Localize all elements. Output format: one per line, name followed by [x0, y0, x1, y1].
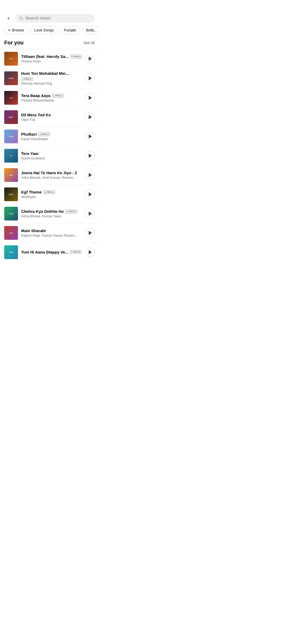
- song-title-row: Tera Baap AayaLYRICS: [21, 93, 82, 98]
- album-art: DMT: [4, 110, 18, 124]
- play-icon: [89, 173, 92, 177]
- chip-punjabi-label: Punjabi: [64, 28, 76, 32]
- chip-browse-label: Browse: [12, 28, 24, 32]
- play-button[interactable]: [85, 247, 95, 257]
- song-info: Tera Baap AayaLYRICSFarhad Bhiwandiwala: [21, 93, 82, 102]
- album-art: TITI: [4, 52, 18, 66]
- song-title-row: PhulkariLYRICS: [21, 132, 82, 136]
- list-item: DMTDil Mera Tod KeVipin Foji: [0, 107, 99, 127]
- lyrics-badge: LYRICS: [70, 250, 82, 254]
- play-button[interactable]: [85, 73, 95, 83]
- play-button[interactable]: [85, 209, 95, 218]
- song-title-row: Titliaan (feat. Harrdy Sa...LYRICS: [21, 54, 82, 59]
- play-icon: [89, 57, 92, 61]
- lyrics-badge: LYRICS: [70, 55, 82, 58]
- song-artist: Karan Randhawa: [21, 137, 82, 141]
- song-artist: Asha Bhosle, Amit Kumar, Reema...: [21, 176, 82, 180]
- chip-love-songs-label: Love Songs: [34, 28, 54, 32]
- chip-love-songs[interactable]: Love Songs: [30, 26, 58, 34]
- song-title: Chehra Kya Dekhte Ho: [21, 209, 64, 214]
- list-item: C3Tera Baap AayaLYRICSFarhad Bhiwandiwal…: [0, 88, 99, 107]
- song-info: Tera YaarSumit Goswami: [21, 151, 82, 160]
- song-artist: Farhad Bhiwandiwala: [21, 98, 82, 102]
- play-button[interactable]: [85, 132, 95, 141]
- song-info: Dil Mera Tod KeVipin Foji: [21, 113, 82, 122]
- song-artist: Rajeev Raja, Faizan Hasan Nizami,...: [21, 233, 82, 237]
- song-title: Kgf Theme: [21, 190, 42, 194]
- song-title: Phulkari: [21, 132, 37, 136]
- lyrics-badge: LYRICS: [65, 210, 77, 213]
- song-title-row: Jeena Hai To Hans Ke Jiyo - 2: [21, 171, 82, 175]
- play-button[interactable]: [85, 228, 95, 238]
- play-icon: [89, 211, 92, 216]
- song-artist: DeeJay Hemant Raj: [21, 81, 82, 85]
- album-art: JHJ: [4, 168, 18, 182]
- song-artist: Asha Bhosle, Kumar Sanu: [21, 214, 82, 218]
- list-item: TITITitliaan (feat. Harrdy Sa...LYRICSAf…: [0, 49, 99, 68]
- play-icon: [89, 192, 92, 196]
- song-title: Tera Baap Aaya: [21, 93, 50, 98]
- play-icon: [89, 76, 92, 80]
- play-icon: [89, 96, 92, 100]
- song-info: PhulkariLYRICSKaran Randhawa: [21, 132, 82, 141]
- song-list: TITITitliaan (feat. Harrdy Sa...LYRICSAf…: [0, 49, 99, 262]
- section-title: For you: [4, 40, 23, 46]
- chip-punjabi[interactable]: Punjabi: [60, 26, 80, 34]
- play-button[interactable]: [85, 151, 95, 160]
- search-icon: [19, 16, 23, 20]
- lyrics-badge: LYRICS: [43, 190, 55, 194]
- song-title-row: Dil Mera Tod Ke: [21, 113, 82, 117]
- back-button[interactable]: ‹: [4, 14, 13, 22]
- song-title-row: Kgf ThemeLYRICS: [21, 190, 82, 194]
- song-title: Jeena Hai To Hans Ke Jiyo - 2: [21, 171, 77, 175]
- song-info: Titliaan (feat. Harrdy Sa...LYRICSAfsana…: [21, 54, 82, 63]
- list-item: CKDChehra Kya Dekhte HoLYRICSAsha Bhosle…: [0, 204, 99, 223]
- lyrics-badge: LYRICS: [52, 94, 64, 98]
- song-info: Chehra Kya Dekhte HoLYRICSAsha Bhosle, K…: [21, 209, 82, 218]
- lyrics-badge: LYRICS: [21, 77, 33, 81]
- play-button[interactable]: [85, 112, 95, 122]
- song-info: Kgf ThemeLYRICSWolfSpirit: [21, 190, 82, 199]
- song-artist: WolfSpirit: [21, 195, 82, 199]
- list-item: HTMHum Teri Mohabbat Mei...LYRICSDeeJay …: [0, 68, 99, 88]
- play-button[interactable]: [85, 93, 95, 103]
- play-button[interactable]: [85, 54, 95, 63]
- album-art: THA: [4, 245, 18, 259]
- play-icon: [89, 231, 92, 235]
- song-title: Tera Yaar: [21, 151, 39, 156]
- header: ‹: [0, 12, 99, 26]
- list-item: THATum Hi Aana (Happy Ve...LYRICS: [0, 242, 99, 262]
- chip-bollywood[interactable]: Bolly...: [82, 26, 99, 34]
- song-title-row: Main Sharabi: [21, 228, 82, 233]
- lyrics-badge: LYRICS: [38, 132, 50, 136]
- play-button[interactable]: [85, 170, 95, 180]
- chip-browse[interactable]: ≡ Browse: [4, 26, 28, 34]
- section-header: For you See All: [0, 39, 99, 49]
- album-art: HTM: [4, 71, 18, 85]
- play-icon: [89, 154, 92, 158]
- status-bar: [0, 0, 99, 12]
- song-artist: Vipin Foji: [21, 118, 82, 122]
- list-item: JHJJeena Hai To Hans Ke Jiyo - 2Asha Bho…: [0, 165, 99, 185]
- song-title: Titliaan (feat. Harrdy Sa...: [21, 54, 69, 59]
- list-item: TYTera YaarSumit Goswami: [0, 146, 99, 165]
- song-title: Tum Hi Aana (Happy Ve...: [21, 250, 68, 254]
- list-item: MSMain SharabiRajeev Raja, Faizan Hasan …: [0, 223, 99, 242]
- song-info: Main SharabiRajeev Raja, Faizan Hasan Ni…: [21, 228, 82, 237]
- song-title-row: Tera Yaar: [21, 151, 82, 156]
- search-input[interactable]: [25, 16, 91, 21]
- song-title: Hum Teri Mohabbat Mei...: [21, 71, 69, 76]
- search-bar[interactable]: [15, 14, 95, 23]
- play-button[interactable]: [85, 190, 95, 199]
- song-title: Dil Mera Tod Ke: [21, 113, 51, 117]
- chips-row: ≡ Browse Love Songs Punjabi Bolly...: [0, 26, 99, 39]
- song-title-row: Hum Teri Mohabbat Mei...LYRICS: [21, 71, 82, 81]
- play-icon: [89, 134, 92, 139]
- song-title-row: Tum Hi Aana (Happy Ve...LYRICS: [21, 250, 82, 254]
- list-item: KGFKgf ThemeLYRICSWolfSpirit: [0, 185, 99, 204]
- song-info: Hum Teri Mohabbat Mei...LYRICSDeeJay Hem…: [21, 71, 82, 85]
- svg-line-1: [22, 19, 23, 20]
- album-art: C3: [4, 91, 18, 105]
- see-all-button[interactable]: See All: [83, 41, 95, 45]
- song-info: Tum Hi Aana (Happy Ve...LYRICS: [21, 250, 82, 255]
